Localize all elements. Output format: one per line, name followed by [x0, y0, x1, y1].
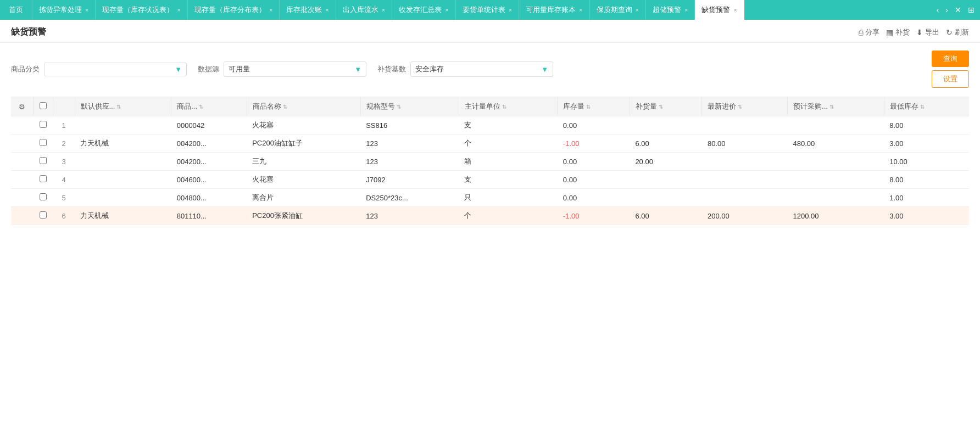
export-icon: ⬇: [916, 28, 923, 37]
filter-group-category: 商品分类 ▼: [11, 63, 187, 76]
th-latest-price[interactable]: 最新进价 ⇅: [702, 97, 788, 116]
row-min-stock: 3.00: [884, 135, 969, 153]
row-checkbox[interactable]: [40, 139, 47, 146]
query-button[interactable]: 查询: [932, 51, 969, 67]
replenish-base-select[interactable]: 安全库存 ▼: [410, 61, 553, 77]
row-settings[interactable]: [11, 153, 33, 171]
export-button[interactable]: ⬇ 导出: [916, 27, 939, 37]
row-settings[interactable]: [11, 116, 33, 135]
tab-close-inout-flow[interactable]: ×: [382, 7, 385, 13]
row-est-purchase: [788, 171, 884, 189]
tab-batch-account[interactable]: 库存批次账 ×: [280, 0, 336, 20]
replenish-button[interactable]: ▦ 补货: [886, 27, 910, 37]
tab-inventory-dist[interactable]: 现存量（库存分布表） ×: [188, 0, 280, 20]
row-checkbox-cell[interactable]: [33, 207, 53, 225]
table-row[interactable]: 5 004800... 离合片 DS250*23c... 只 0.00 1.00: [11, 189, 969, 207]
row-checkbox-cell[interactable]: [33, 116, 53, 135]
tab-inventory-status[interactable]: 现存量（库存状况表） ×: [96, 0, 187, 20]
th-spec[interactable]: 规格型号 ⇅: [360, 97, 459, 116]
tab-expiry-query[interactable]: 保质期查询 ×: [590, 0, 646, 20]
th-settings[interactable]: ⚙: [11, 97, 33, 116]
row-checkbox-cell[interactable]: [33, 153, 53, 171]
table-row[interactable]: 2 力天机械 004200... PC200油缸缸子 123 个 -1.00 6…: [11, 135, 969, 153]
row-product-code: 004200...: [171, 153, 247, 171]
tab-next-button[interactable]: ›: [942, 3, 951, 16]
th-min-stock[interactable]: 最低库存 ⇅: [884, 97, 969, 116]
row-num: 1: [53, 116, 75, 135]
tab-inout-flow[interactable]: 出入库流水 ×: [336, 0, 392, 20]
row-product-name: PC200油缸缸子: [247, 135, 360, 153]
table-row[interactable]: 4 004600... 火花塞 J7092 支 0.00 8.00: [11, 171, 969, 189]
th-product-name[interactable]: 商品名称 ⇅: [247, 97, 360, 116]
row-settings[interactable]: [11, 135, 33, 153]
row-checkbox-cell[interactable]: [33, 135, 53, 153]
th-default-supplier[interactable]: 默认供应... ⇅: [75, 97, 171, 116]
tab-bar: 首页 拣货异常处理 × 现存量（库存状况表） × 现存量（库存分布表） × 库存…: [0, 0, 980, 20]
filter-group-datasource: 数据源 可用量 ▼: [198, 61, 366, 77]
datasource-select-value: 可用量: [229, 64, 250, 74]
row-settings[interactable]: [11, 207, 33, 225]
refresh-button[interactable]: ↻ 刷新: [946, 27, 969, 37]
row-stock-qty: 0.00: [558, 116, 630, 135]
row-checkbox[interactable]: [40, 121, 47, 128]
settings-button[interactable]: 设置: [932, 70, 969, 88]
filter-buttons: 查询 设置: [932, 51, 969, 88]
tab-receipt-summary[interactable]: 收发存汇总表 ×: [392, 0, 455, 20]
table-container: ⚙ 默认供应... ⇅ 商品...: [0, 97, 980, 225]
row-supplier: 力天机械: [75, 207, 171, 225]
header-actions: ⎙ 分享 ▦ 补货 ⬇ 导出 ↻ 刷新: [859, 27, 969, 37]
tab-close-expiry-query[interactable]: ×: [636, 7, 639, 13]
tab-close-demand-stats[interactable]: ×: [509, 7, 512, 13]
category-select[interactable]: ▼: [44, 63, 187, 76]
tab-overstock[interactable]: 超储预警 ×: [646, 0, 695, 20]
table-row[interactable]: 1 0000042 火花塞 SS816 支 0.00 8.00: [11, 116, 969, 135]
tab-abnormal[interactable]: 拣货异常处理 ×: [32, 0, 96, 20]
tab-close-abnormal[interactable]: ×: [85, 7, 88, 13]
th-checkbox[interactable]: [33, 97, 53, 116]
row-checkbox[interactable]: [40, 211, 47, 218]
datasource-select[interactable]: 可用量 ▼: [224, 61, 366, 77]
row-checkbox[interactable]: [40, 157, 47, 164]
th-stock-qty[interactable]: 库存量 ⇅: [558, 97, 630, 116]
tab-close-inventory-dist[interactable]: ×: [269, 7, 272, 13]
row-checkbox-cell[interactable]: [33, 171, 53, 189]
share-button[interactable]: ⎙ 分享: [859, 27, 879, 37]
th-unit[interactable]: 主计量单位 ⇅: [459, 97, 558, 116]
row-checkbox-cell[interactable]: [33, 189, 53, 207]
category-chevron-icon: ▼: [175, 65, 182, 74]
row-checkbox[interactable]: [40, 175, 47, 182]
tab-demand-stats[interactable]: 要货单统计表 ×: [456, 0, 519, 20]
table-row[interactable]: 3 004200... 三九 123 箱 0.00 20.00 10.00: [11, 153, 969, 171]
row-settings[interactable]: [11, 171, 33, 189]
row-spec: 123: [360, 153, 459, 171]
tab-available-ledger[interactable]: 可用量库存账本 ×: [519, 0, 589, 20]
row-settings[interactable]: [11, 189, 33, 207]
tab-close-shortage[interactable]: ×: [733, 7, 737, 13]
row-latest-price: 200.00: [702, 207, 788, 225]
tab-home[interactable]: 首页: [0, 0, 32, 20]
table-settings-icon[interactable]: ⚙: [19, 103, 25, 111]
tab-close-available-ledger[interactable]: ×: [579, 7, 582, 13]
select-all-checkbox[interactable]: [40, 102, 47, 109]
tab-close-overstock[interactable]: ×: [684, 7, 688, 13]
sort-icon-spec: ⇅: [397, 104, 401, 110]
tab-close-batch-account[interactable]: ×: [325, 7, 328, 13]
row-est-purchase: 1200.00: [788, 207, 884, 225]
tab-prev-button[interactable]: ‹: [933, 3, 943, 16]
th-est-purchase[interactable]: 预计采购... ⇅: [788, 97, 884, 116]
sort-icon-replenish: ⇅: [659, 104, 663, 110]
tab-close-all-button[interactable]: ✕: [951, 3, 965, 16]
row-min-stock: 8.00: [884, 116, 969, 135]
row-checkbox[interactable]: [40, 193, 47, 200]
row-min-stock: 1.00: [884, 189, 969, 207]
tab-close-receipt-summary[interactable]: ×: [445, 7, 448, 13]
table-row[interactable]: 6 力天机械 801110... PC200张紧油缸 123 个 -1.00 6…: [11, 207, 969, 225]
row-supplier: [75, 116, 171, 135]
tab-restore-button[interactable]: ⊞: [965, 3, 978, 16]
row-product-name: 离合片: [247, 189, 360, 207]
th-product-code[interactable]: 商品... ⇅: [171, 97, 247, 116]
row-est-purchase: [788, 189, 884, 207]
tab-shortage[interactable]: 缺货预警 ×: [695, 0, 744, 20]
tab-close-inventory-status[interactable]: ×: [177, 7, 180, 13]
th-replenish-qty[interactable]: 补货量 ⇅: [630, 97, 702, 116]
